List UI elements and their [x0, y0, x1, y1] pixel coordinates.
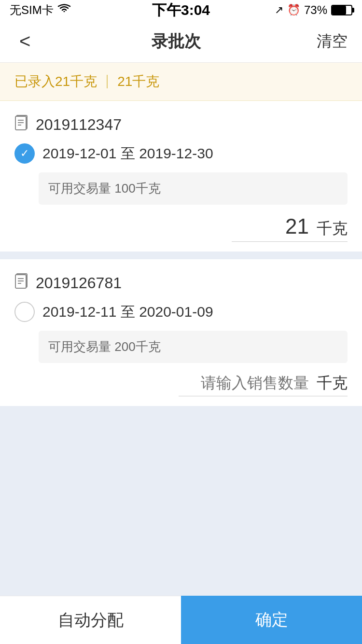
- batch-1-amount-row: 21 千克: [0, 205, 362, 252]
- batch-doc-icon-2: [14, 273, 31, 293]
- status-left: 无SIM卡: [10, 2, 71, 18]
- status-right: ↗ ⏰ 73%: [275, 3, 352, 17]
- batch-2-date: 2019-12-11 至 2020-01-09: [42, 302, 213, 322]
- batch-1-amount-container: 21 千克: [232, 214, 348, 242]
- batch-1-date-row[interactable]: ✓ 2019-12-01 至 2019-12-30: [0, 140, 362, 168]
- recorded-amount-label: 已录入21千克: [14, 72, 97, 91]
- batch-1-header: 2019112347: [0, 101, 362, 140]
- batch-2-radio[interactable]: [14, 302, 35, 322]
- batch-doc-icon-1: [14, 114, 31, 135]
- batch-2-underline: [179, 396, 348, 396]
- battery-percent: 73%: [304, 3, 327, 17]
- status-bar: 无SIM卡 下午3:04 ↗ ⏰ 73%: [0, 0, 362, 20]
- batch-card-1: 2019112347 ✓ 2019-12-01 至 2019-12-30 可用交…: [0, 101, 362, 252]
- back-button[interactable]: <: [14, 26, 35, 57]
- batch-2-header: 2019126781: [0, 259, 362, 298]
- batch-1-date: 2019-12-01 至 2019-12-30: [42, 144, 213, 164]
- confirm-button[interactable]: 确定: [181, 596, 362, 644]
- carrier-text: 无SIM卡: [10, 2, 54, 18]
- bottom-bar: 自动分配 确定: [0, 596, 362, 644]
- section-divider-1: [0, 252, 362, 259]
- batch-1-amount-value: 21: [285, 214, 309, 238]
- batch-2-date-row[interactable]: 2019-12-11 至 2020-01-09: [0, 298, 362, 326]
- info-banner: 已录入21千克 21千克: [0, 63, 362, 101]
- auto-distribute-button[interactable]: 自动分配: [0, 596, 181, 644]
- batch-2-id: 2019126781: [36, 274, 122, 292]
- empty-area: [0, 406, 362, 618]
- clear-button[interactable]: 清空: [317, 31, 348, 52]
- batch-1-radio[interactable]: ✓: [14, 143, 35, 164]
- info-divider: [107, 75, 108, 88]
- batch-2-input-container[interactable]: 千克: [164, 373, 348, 396]
- page-title: 录批次: [152, 30, 201, 53]
- alarm-icon: ⏰: [287, 4, 300, 16]
- batch-2-unit: 千克: [317, 373, 348, 394]
- batch-card-2: 2019126781 2019-12-11 至 2020-01-09 可用交易量…: [0, 259, 362, 406]
- nav-bar: < 录批次 清空: [0, 20, 362, 63]
- batch-1-underline: [232, 241, 348, 242]
- battery-icon: [331, 5, 352, 15]
- batch-1-availability: 可用交易量 100千克: [39, 172, 348, 205]
- wifi-icon: [57, 3, 71, 17]
- location-icon: ↗: [275, 4, 283, 16]
- batch-2-quantity-input[interactable]: [164, 374, 309, 392]
- batch-2-input-row: 千克: [0, 363, 362, 406]
- status-time: 下午3:04: [152, 0, 210, 20]
- check-icon-1: ✓: [20, 147, 29, 160]
- recorded-amount-value: 21千克: [117, 72, 159, 91]
- batch-2-availability: 可用交易量 200千克: [39, 331, 348, 363]
- batch-1-amount-unit: 千克: [317, 218, 348, 239]
- batch-1-id: 2019112347: [36, 116, 122, 134]
